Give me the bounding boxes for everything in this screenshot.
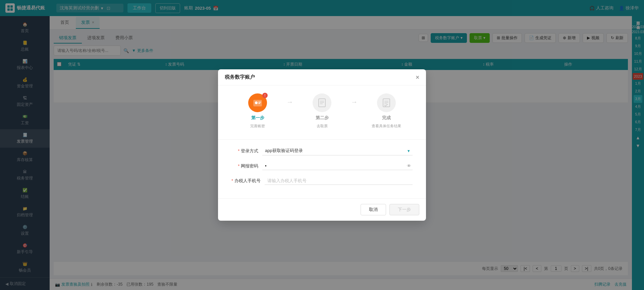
- required-mark-3: *: [231, 178, 233, 183]
- phone-input[interactable]: [265, 177, 413, 185]
- next-step-button[interactable]: 下一步: [389, 204, 419, 215]
- svg-rect-4: [254, 100, 262, 106]
- password-row: * 网报密码 👁: [231, 162, 413, 170]
- step-2-icon-wrap: [313, 93, 331, 112]
- step-3: 完成 查看具体任务结果: [360, 93, 413, 129]
- step-1-icon-wrap: !: [248, 93, 267, 112]
- modal: 税务数字账户 × !: [218, 69, 426, 221]
- svg-rect-7: [258, 103, 260, 104]
- step-arrow-2: →: [348, 98, 360, 106]
- login-method-label: * 登录方式: [231, 148, 258, 154]
- step-3-icon-wrap: [377, 93, 396, 112]
- step-1: ! 第一步 完善账密: [231, 93, 284, 129]
- form-divider: [218, 139, 426, 140]
- step-2: 第二步 去取票: [296, 93, 348, 129]
- required-mark: *: [238, 148, 239, 153]
- password-input[interactable]: [262, 162, 413, 170]
- login-method-row: * 登录方式 app获取验证码登录 ▾: [231, 146, 413, 155]
- modal-title: 税务数字账户: [225, 74, 255, 80]
- step-badge: !: [262, 93, 268, 98]
- modal-overlay: 税务数字账户 × !: [0, 0, 644, 290]
- phone-row: * 办税人手机号: [231, 177, 413, 185]
- modal-close-button[interactable]: ×: [416, 74, 419, 80]
- modal-header: 税务数字账户 ×: [218, 69, 426, 85]
- steps-container: ! 第一步 完善账密 →: [231, 93, 413, 129]
- step-1-label: 第一步: [251, 115, 264, 121]
- password-input-wrapper: 👁: [262, 162, 413, 170]
- login-method-select[interactable]: app获取验证码登录 ▾: [262, 146, 413, 155]
- step-2-sublabel: 去取票: [317, 124, 328, 129]
- step-2-label: 第二步: [316, 115, 329, 121]
- select-dropdown-icon: ▾: [408, 148, 410, 153]
- modal-body: ! 第一步 完善账密 →: [218, 85, 426, 198]
- step-arrow-1: →: [284, 98, 296, 106]
- svg-rect-6: [258, 102, 261, 102]
- step-1-sublabel: 完善账密: [250, 124, 265, 129]
- modal-footer: 取消 下一步: [218, 198, 426, 221]
- required-mark-2: *: [238, 163, 239, 168]
- step-3-sublabel: 查看具体任务结果: [372, 124, 401, 129]
- step-3-label: 完成: [382, 115, 391, 121]
- password-label: * 网报密码: [231, 163, 258, 169]
- svg-point-5: [255, 101, 258, 104]
- toggle-password-icon[interactable]: 👁: [407, 163, 411, 168]
- cancel-button[interactable]: 取消: [361, 204, 386, 215]
- svg-rect-8: [319, 99, 325, 107]
- phone-label: * 办税人手机号: [231, 178, 261, 184]
